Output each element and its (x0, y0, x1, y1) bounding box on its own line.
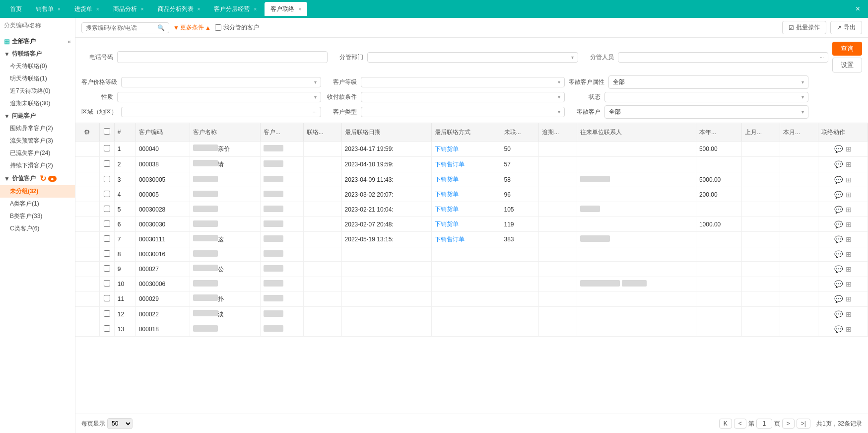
tab-product-analysis-list[interactable]: 商品分析列表 × (152, 2, 206, 16)
row-checkbox[interactable] (104, 145, 110, 151)
chat-icon[interactable]: 💬 (834, 265, 843, 273)
grid-action-icon[interactable]: ⊞ (846, 325, 852, 333)
chat-icon[interactable]: 💬 (834, 325, 843, 333)
chat-icon[interactable]: 💬 (834, 310, 843, 318)
last-way-link[interactable]: 下销货单 (435, 176, 459, 183)
scatter-customer-select[interactable]: 全部 ▾ (604, 105, 808, 119)
sidebar-group-problem[interactable]: ▼ 问题客户 (0, 110, 75, 122)
chat-icon[interactable]: 💬 (834, 280, 843, 288)
tab-purchase[interactable]: 进货单 × (68, 2, 105, 16)
search-input[interactable] (86, 24, 155, 31)
select-all-checkbox[interactable] (104, 128, 110, 135)
sidebar-item-declining[interactable]: 持续下滑客户(2) (0, 159, 75, 172)
sidebar-collapse-btn[interactable]: « (67, 38, 71, 45)
sidebar-item-churn-warning[interactable]: 流失预警客户(3) (0, 135, 75, 147)
tab-product-analysis[interactable]: 商品分析 × (107, 2, 150, 16)
last-way-link[interactable]: 下销货单 (435, 145, 459, 152)
close-tab-product-analysis[interactable]: × (141, 6, 144, 12)
search-icon[interactable]: 🔍 (157, 24, 165, 31)
my-customer-checkbox-label[interactable]: 我分管的客户 (215, 23, 259, 32)
row-checkbox[interactable] (104, 220, 110, 227)
last-way-link[interactable]: 下销货单 (435, 206, 459, 213)
chat-icon[interactable]: 💬 (834, 235, 843, 243)
row-checkbox[interactable] (104, 325, 110, 332)
chat-icon[interactable]: 💬 (834, 160, 843, 168)
sidebar-group-pending[interactable]: ▼ 待联络客户 (0, 48, 75, 60)
sidebar-item-overdue[interactable]: 逾期未联络(30) (0, 97, 75, 110)
payment-select[interactable]: ▾ (361, 92, 565, 102)
tab-customer-layer[interactable]: 客户分层经营 × (208, 2, 263, 16)
grid-action-icon[interactable]: ⊞ (846, 206, 852, 214)
sidebar-search-input[interactable] (4, 22, 75, 29)
status-select[interactable]: ▾ (604, 92, 808, 102)
my-customer-checkbox[interactable] (215, 24, 221, 31)
tab-sales[interactable]: 销售单 × (30, 2, 67, 16)
chat-icon[interactable]: 💬 (834, 220, 843, 228)
grid-action-icon[interactable]: ⊞ (846, 220, 852, 228)
first-page-btn[interactable]: K (719, 419, 732, 429)
row-checkbox[interactable] (104, 176, 110, 182)
column-settings-btn[interactable]: ⚙ (83, 127, 91, 137)
sidebar-item-class-a[interactable]: A类客户(1) (0, 198, 75, 210)
sidebar-item-ungrouped[interactable]: 未分组(32) (0, 185, 75, 198)
grid-action-icon[interactable]: ⊞ (846, 160, 852, 168)
row-checkbox[interactable] (104, 295, 110, 301)
row-checkbox[interactable] (104, 280, 110, 287)
customer-type-select[interactable]: ▾ (361, 107, 565, 117)
grid-action-icon[interactable]: ⊞ (846, 250, 852, 258)
chat-icon[interactable]: 💬 (834, 145, 843, 153)
sidebar-item-today[interactable]: 今天待联络(0) (0, 60, 75, 72)
grid-action-icon[interactable]: ⊞ (846, 176, 852, 184)
row-checkbox[interactable] (104, 265, 110, 272)
chat-icon[interactable]: 💬 (834, 295, 843, 303)
grid-action-icon[interactable]: ⊞ (846, 235, 852, 243)
last-way-link[interactable]: 下销售订单 (435, 236, 465, 243)
row-checkbox[interactable] (104, 206, 110, 212)
page-input[interactable] (756, 419, 772, 429)
export-btn[interactable]: ↗ 导出 (830, 21, 862, 34)
grid-action-icon[interactable]: ⊞ (846, 145, 852, 153)
grid-action-icon[interactable]: ⊞ (846, 295, 852, 303)
batch-op-btn[interactable]: ☑ 批量操作 (782, 21, 826, 34)
grid-action-icon[interactable]: ⊞ (846, 265, 852, 273)
sidebar-item-class-b[interactable]: B类客户(33) (0, 210, 75, 222)
grid-action-icon[interactable]: ⊞ (846, 280, 852, 288)
nature-select[interactable]: ▾ (117, 92, 321, 102)
last-way-link[interactable]: 下销售订单 (435, 161, 465, 168)
sidebar-item-tomorrow[interactable]: 明天待联络(1) (0, 72, 75, 85)
chat-icon[interactable]: 💬 (834, 206, 843, 214)
tab-customer-contact[interactable]: 客户联络 × (265, 2, 307, 16)
dept-select[interactable]: ▾ (367, 52, 578, 63)
row-checkbox[interactable] (104, 191, 110, 197)
chat-icon[interactable]: 💬 (834, 176, 843, 184)
last-way-link[interactable]: 下销货单 (435, 191, 459, 198)
reset-btn[interactable]: 设置 (832, 58, 862, 72)
prev-page-btn[interactable]: < (734, 419, 746, 429)
manager-select[interactable]: ··· (618, 52, 828, 63)
price-level-select[interactable]: ▾ (121, 77, 321, 87)
all-customers-header[interactable]: ⊞ 全部客户 « (0, 33, 75, 48)
row-checkbox[interactable] (104, 250, 110, 257)
sidebar-item-class-c[interactable]: C类客户(6) (0, 222, 75, 235)
last-way-link[interactable]: 下销货单 (435, 220, 459, 227)
chat-icon[interactable]: 💬 (834, 250, 843, 258)
sidebar-item-hoarding[interactable]: 囤购异常客户(2) (0, 122, 75, 135)
close-tab-product-list[interactable]: × (198, 6, 200, 12)
refresh-icon[interactable]: ↻ (40, 174, 46, 183)
query-btn[interactable]: 查询 (832, 42, 862, 56)
sidebar-group-value[interactable]: ▼ 价值客户 ↻ ● (0, 172, 75, 185)
sidebar-item-7days[interactable]: 近7天待联络(0) (0, 85, 75, 97)
row-checkbox[interactable] (104, 160, 110, 167)
close-tab-customer-layer[interactable]: × (254, 6, 257, 12)
chat-icon[interactable]: 💬 (834, 191, 843, 199)
close-all-tabs[interactable]: × (852, 4, 864, 13)
grid-action-icon[interactable]: ⊞ (846, 191, 852, 199)
grid-action-icon[interactable]: ⊞ (846, 310, 852, 318)
close-tab-sales[interactable]: × (58, 6, 61, 12)
customer-level-select[interactable]: ▾ (361, 77, 565, 87)
next-page-btn[interactable]: > (782, 419, 795, 429)
scatter-attr-select[interactable]: 全部 ▾ (608, 75, 808, 89)
close-tab-customer-contact[interactable]: × (298, 6, 301, 12)
per-page-select[interactable]: 50 100 200 (107, 418, 133, 429)
region-select[interactable]: ··· (121, 107, 321, 117)
